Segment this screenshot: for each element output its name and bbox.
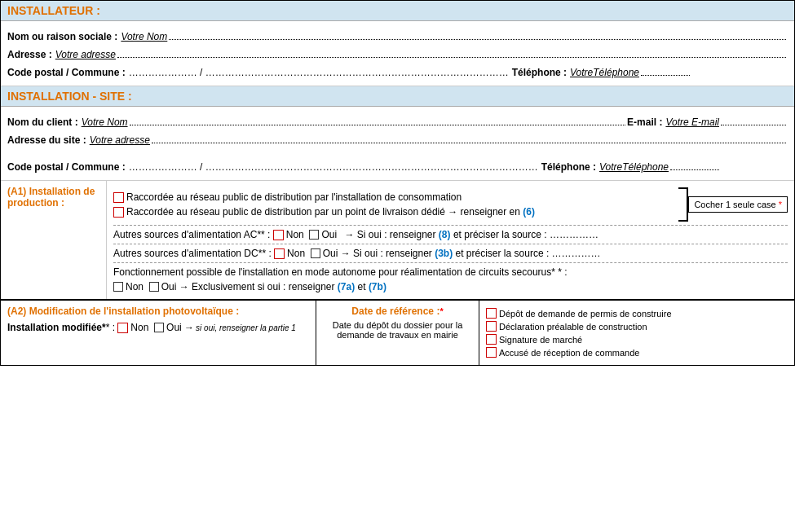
checkbox-a3-1[interactable] [486,321,497,332]
a3-item-3: Accusé de réception de commande [486,347,788,358]
a2-oui-text: Oui [166,322,182,333]
radio1-text: Raccordée au réseau public de distributi… [126,191,462,203]
sep3 [113,262,788,263]
a3-asterisk: * [439,306,443,316]
cp-label: Code postal / Commune : [7,67,126,78]
ac-oui-text: Oui [321,229,337,240]
ac-label: Autres sources d'alimentation AC* [113,229,261,240]
dc-preciser: et préciser la source : …………… [456,248,601,259]
fonc-et: et [358,281,366,292]
a3-header: Date de référence : * [323,306,472,317]
cp-site-label: Code postal / Commune : [7,161,126,173]
dc-oui-text: Oui [323,248,338,259]
dc-non-text: Non [287,248,305,259]
checkbox-radio2[interactable] [113,207,124,218]
email-dotted [721,114,786,125]
ac-row: Autres sources d'alimentation AC* * : No… [113,229,788,240]
ac-arrow [339,229,342,240]
ac-preciser: et préciser la source : …………… [453,229,598,240]
checkbox-ac-non[interactable] [273,230,284,240]
brace-cocher: Cocher 1 seule case * [678,187,788,222]
checkbox-dc-oui[interactable] [311,248,320,258]
nom-client-row: Nom du client : Votre Nom E-mail : Votre… [7,114,788,128]
nom-client-label: Nom du client : [7,117,78,128]
adresse-row: Adresse : Votre adresse [7,46,788,60]
radio2-num: (6) [523,206,535,218]
checkbox-a2-non[interactable] [117,323,128,333]
cocher-asterisk: * [779,200,782,209]
a2-si-text: si oui, renseigner la partie 1 [196,323,296,332]
fonc-oui-text: Oui [161,281,177,292]
email-value: Votre E-mail [665,117,719,128]
ac-num: (8) [439,229,451,240]
checkbox-a2-oui[interactable] [154,323,164,332]
checkbox-ac-oui[interactable] [309,230,319,240]
ac-si-oui: → Si oui : renseigner [344,229,435,240]
a2-title: (A2) Modification de l'installation phot… [7,306,309,317]
nom-value: Votre Nom [121,31,167,42]
sep1 [113,225,788,226]
cp-row: Code postal / Commune : ………………… / ………………… [7,64,788,78]
fonc-label: Fonctionnement possible de l'installatio… [113,266,555,278]
cocher-text: Cocher 1 seule case [694,200,775,209]
installateur-header: INSTALLATEUR : [1,1,794,21]
a2-row: Installation modifiée* * : Non Oui → si … [7,322,309,333]
install-label: Installation modifiée* [7,322,106,333]
fonc-row: Fonctionnement possible de l'installatio… [113,266,788,278]
fonc-exclu: Exclusivement si oui : renseigner [192,281,334,292]
nom-dotted [169,29,786,40]
checkbox-radio1[interactable] [113,192,124,203]
fonc-options-row: Non Oui → Exclusivement si oui : renseig… [113,281,788,292]
adresse-value: Votre adresse [55,49,116,60]
a1-title: (A1) Installation de production : [7,186,99,209]
nom-label: Nom ou raison sociale : [7,31,117,42]
nom-client-value: Votre Nom [82,117,128,128]
a1-section: (A1) Installation de production : Raccor… [1,181,794,300]
a3-text-2: Signature de marché [499,335,582,345]
a2-non-text: Non [130,322,148,333]
dc-num: (3b) [435,248,453,259]
a1-content: Raccordée au réseau public de distributi… [107,181,794,299]
a3-item-2: Signature de marché [486,334,788,345]
a2-arrow: → [184,322,194,333]
fonc-7a: (7a) [338,281,355,292]
checkbox-a3-0[interactable] [486,308,497,319]
radio-lines: Raccordée au réseau public de distributi… [113,188,672,221]
cp-site-row: Code postal / Commune : ………………… / ………………… [7,159,788,173]
checkbox-fonc-oui[interactable] [149,282,159,292]
tel-site-value: VotreTéléphone [599,161,669,173]
tel-dotted [641,64,690,76]
dc-label: Autres sources d'alimentation DC* [113,248,262,259]
adresse-dotted [117,46,786,58]
radio-brace-container: Raccordée au réseau public de distributi… [113,187,788,222]
email-label: E-mail : [627,117,662,128]
checkbox-fonc-non[interactable] [113,282,123,292]
checkbox-a3-2[interactable] [486,334,497,345]
adresse-label: Adresse : [7,49,52,60]
ac-non-text: Non [286,229,304,240]
nom-client-dotted [130,114,626,125]
a3-item-0: Dépôt de demande de permis de construire [486,308,788,319]
a3-item-1: Déclaration préalable de construction [486,321,788,332]
checkbox-a3-3[interactable] [486,347,497,358]
a3-desc: Date du dépôt du dossier pour la demande… [323,320,472,340]
radio2-text: Raccordée au réseau public de distributi… [126,206,520,218]
installation-title: INSTALLATION - SITE : [7,90,132,103]
tel-value: VotreTéléphone [570,67,639,78]
checkbox-dc-non[interactable] [274,248,285,259]
installation-section: Nom du client : Votre Nom E-mail : Votre… [1,107,794,181]
fonc-arrow: → [179,281,189,292]
a3-checkboxes: Dépôt de demande de permis de construire… [479,301,794,365]
adresse-site-dotted [152,132,786,143]
tel-label: Téléphone : [512,67,567,78]
a1-label: (A1) Installation de production : [1,181,107,299]
sep2 [113,244,788,244]
a2-section: (A2) Modification de l'installation phot… [1,301,316,365]
dc-row: Autres sources d'alimentation DC* * : No… [113,248,788,259]
right-brace [678,187,688,222]
adresse-site-label: Adresse du site : [7,134,86,146]
fonc-non-text: Non [126,281,144,292]
bottom-section: (A2) Modification de l'installation phot… [1,300,794,365]
installateur-section: Nom ou raison sociale : Votre Nom Adress… [1,21,794,86]
a3-title: Date de référence : [351,306,439,317]
